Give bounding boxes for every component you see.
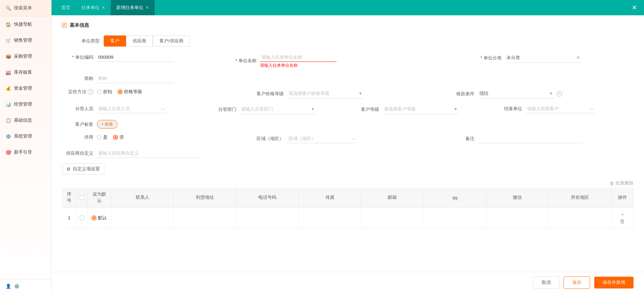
search-icon: 🔍 [6,6,11,11]
department-select[interactable]: 请输入分管部门 ▼ [240,104,316,114]
field-manager: 分管人员 ··· [62,104,205,113]
form-row-shortname: 简称 [62,74,634,83]
unit-type-both[interactable]: 客户/供应商 [153,35,190,47]
unit-type-supplier[interactable]: 供应商 [126,35,153,47]
table-row: 1 默认 [62,207,634,228]
manager-dots-btn[interactable]: ··· [159,106,166,112]
sidebar-item-purchase[interactable]: 📦 采购管理 [0,48,51,64]
department-label: 分管部门 [205,106,240,113]
unit-category-chevron-icon: ▼ [576,55,580,60]
tab-home[interactable]: 首页 [56,0,76,15]
quick-nav-icon: 🏠 [6,22,11,27]
cell-fax [299,207,361,228]
cell-email [361,207,424,228]
contact-input[interactable] [114,215,171,220]
custom-settings-label: 自定义项设置 [73,166,100,172]
custom-settings-button[interactable]: ⚙ 自定义项设置 [62,163,104,174]
radio-discount[interactable]: 折扣 [97,89,112,95]
radio-disabled-no[interactable]: 否 [113,134,124,140]
col-wechat: 微信 [486,188,549,207]
save-add-button[interactable]: 保存并新增 [594,277,634,288]
payment-terms-chevron-icon: ▼ [549,91,553,96]
wechat-input[interactable] [489,215,546,220]
radio-price-level[interactable]: 价格等级 [118,89,142,95]
supplier-custom-input[interactable] [97,149,201,158]
pricing-help-icon[interactable]: ? [88,89,93,95]
tab-bar: 首页 往来单位 ✕ 新增往来单位 ✕ ✕ [52,0,644,15]
inventory-icon: 🏭 [6,70,11,75]
sidebar-item-guide[interactable]: 🎯 新手引导 [0,144,51,160]
address-input[interactable] [176,215,233,220]
save-button[interactable]: 保存 [564,276,590,289]
add-tag-button[interactable]: + 标签 [97,120,118,129]
customer-level-select[interactable]: 请选择客户等级 ▼ [383,104,459,114]
qq-input[interactable] [427,215,484,220]
unit-code-input[interactable] [97,53,173,62]
table-region-input[interactable] [552,215,608,220]
customer-price-level-select[interactable]: 请选择客户价格等级 ▼ [287,89,364,99]
region-input[interactable] [287,134,350,143]
cell-region [549,207,611,228]
tab-units-label: 往来单位 [81,5,100,11]
sidebar-item-system[interactable]: ⚙️ 系统管理 [0,128,51,144]
sidebar-item-base-info[interactable]: 📋 基础信息 [0,112,51,128]
tab-new-unit-close[interactable]: ✕ [146,5,149,10]
unit-name-input[interactable] [260,53,337,62]
row-delete-button[interactable]: 🗑 [619,218,626,225]
content-area: F 基本信息 单位类型 客户 供应商 客户/供应商 单位编码 单位名称 请输入往… [52,15,644,272]
manager-input-wrapper: ··· [97,104,166,113]
settlement-unit-input[interactable] [526,104,588,113]
sidebar-item-finance[interactable]: 💰 资金管理 [0,80,51,96]
payment-terms-select[interactable]: 现结 ▼ [478,89,555,99]
settlement-unit-dots-btn[interactable]: ··· [588,106,595,112]
unit-type-customer[interactable]: 客户 [104,35,126,47]
cell-action: ＋ 🗑 [611,207,634,228]
col-email: 邮箱 [361,188,424,207]
settlement-unit-label: 结算单位 [491,106,526,112]
tab-new-unit[interactable]: 新增往来单位 ✕ [111,0,155,15]
sidebar-item-sales[interactable]: 🛒 销售管理 [0,32,51,48]
phone-input[interactable] [239,215,296,220]
select-all-checkbox[interactable] [80,195,85,200]
sidebar-item-quick-nav[interactable]: 🏠 快捷导航 [0,16,51,32]
system-label: 系统管理 [14,133,32,139]
settings-gear-icon: ⚙ [66,166,71,172]
remark-input[interactable] [478,134,582,143]
manager-input[interactable] [97,104,159,113]
payment-terms-label: 收款条件 [443,91,478,97]
row-checkbox[interactable] [80,215,85,220]
cell-seq: 1 [62,207,77,228]
short-name-input[interactable] [97,74,173,83]
purchase-label: 采购管理 [14,53,32,59]
radio-discount-label: 折扣 [103,89,112,95]
disabled-radio-group: 是 否 [97,134,124,140]
radio-disabled-yes-label: 是 [103,134,108,140]
region-dots-btn[interactable]: ··· [350,136,357,141]
field-unit-name: 单位名称 请输入往来单位名称 [225,53,470,68]
row-add-button[interactable]: ＋ [619,211,626,218]
tab-units-close[interactable]: ✕ [102,5,105,10]
unit-category-select[interactable]: 未分类 ▼ [505,53,582,63]
unit-category-label: 单位分类 [470,55,505,61]
sidebar-item-operations[interactable]: 📊 经营管理 [0,96,51,112]
bulk-delete-icon: 🗑 [610,181,614,186]
radio-disabled-yes-circle [97,135,102,140]
pricing-method-label: 定价方法 ? [62,89,97,95]
customer-tag-label: 客户标签 [62,121,97,128]
bulk-delete-area[interactable]: 🗑 批量删除 [62,180,634,186]
sidebar-item-inventory[interactable]: 🏭 库存核算 [0,64,51,80]
customer-price-level-chevron-icon: ▼ [358,91,362,96]
search-menu-item[interactable]: 🔍 搜索菜单 [0,0,51,16]
main-area: 首页 往来单位 ✕ 新增往来单位 ✕ ✕ F 基本信息 单位类型 客户 供应商 … [52,0,644,293]
tab-bar-global-close[interactable]: ✕ [629,4,640,11]
row-default-radio[interactable] [92,215,96,220]
radio-disabled-yes[interactable]: 是 [97,134,108,140]
cancel-button[interactable]: 取消 [533,276,559,289]
tab-units[interactable]: 往来单位 ✕ [76,0,111,15]
payment-terms-help-icon[interactable]: ? [557,91,562,97]
field-payment-terms: 收款条件 现结 ▼ ? [443,89,634,99]
fax-input[interactable] [301,215,358,220]
email-input[interactable] [364,215,421,220]
field-unit-category: 单位分类 未分类 ▼ [470,53,634,63]
field-customer-price-level: 客户价格等级 请选择客户价格等级 ▼ [252,89,443,99]
